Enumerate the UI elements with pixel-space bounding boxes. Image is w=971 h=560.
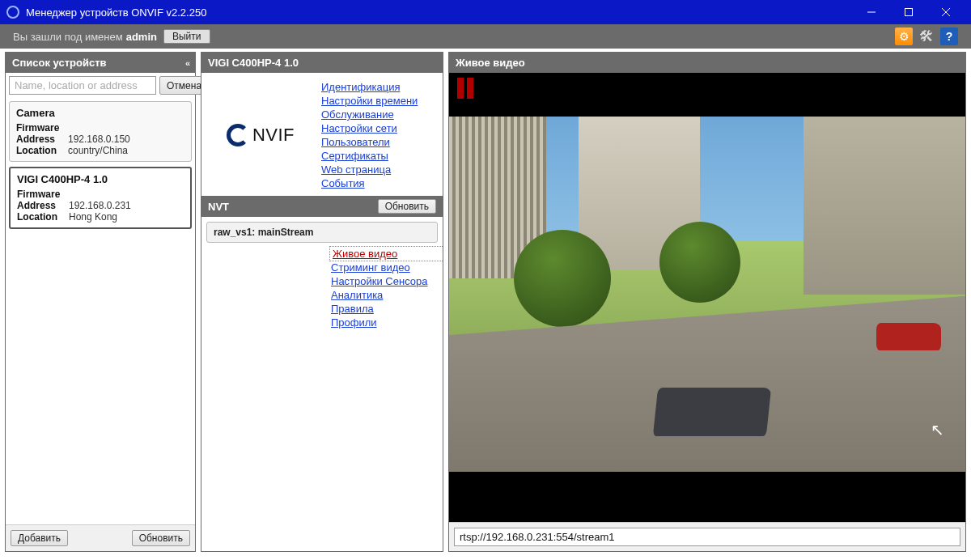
device-link[interactable]: Обслуживание (321, 108, 418, 121)
stream-link[interactable]: Настройки Сенсора (331, 275, 443, 287)
device-detail-panel: VIGI C400HP-4 1.0 NVIF ИдентификацияНаст… (201, 52, 443, 552)
location-value: country/China (68, 145, 128, 156)
onvif-logo-text: NVIF (252, 125, 295, 146)
live-video-header: Живое видео (449, 53, 965, 73)
refresh-nvt-button[interactable]: Обновить (378, 199, 436, 214)
onvif-logo: NVIF (208, 81, 313, 189)
cursor-icon: ↖ (931, 420, 944, 439)
username: admin (126, 31, 157, 43)
device-list-header: Список устройств « (6, 53, 195, 73)
tools-icon[interactable] (918, 28, 935, 45)
nvt-header: NVT Обновить (201, 196, 443, 217)
minimize-button[interactable] (853, 0, 890, 24)
device-detail-title: VIGI C400HP-4 1.0 (208, 57, 299, 69)
nvt-title: NVT (208, 201, 229, 213)
close-button[interactable] (927, 0, 965, 24)
refresh-devices-button[interactable]: Обновить (132, 530, 190, 546)
device-link[interactable]: Настройки времени (321, 95, 418, 107)
address-label: Address (17, 200, 69, 211)
device-list: CameraFirmwareAddress192.168.0.150Locati… (6, 98, 195, 524)
stream-link[interactable]: Живое видео (331, 248, 443, 260)
address-label: Address (16, 134, 68, 145)
onvif-ring-icon (227, 124, 249, 146)
add-button[interactable]: Добавить (11, 530, 68, 546)
device-link[interactable]: Пользователи (321, 136, 418, 148)
location-value: Hong Kong (69, 211, 117, 223)
device-detail-header: VIGI C400HP-4 1.0 (201, 53, 443, 73)
video-container: ↖ (449, 73, 965, 522)
device-link[interactable]: События (321, 177, 418, 189)
device-item[interactable]: CameraFirmwareAddress192.168.0.150Locati… (9, 101, 192, 162)
address-value: 192.168.0.150 (68, 134, 130, 145)
stream-link[interactable]: Профили (331, 316, 443, 329)
device-item[interactable]: VIGI C400HP-4 1.0FirmwareAddress192.168.… (9, 167, 192, 229)
settings-icon[interactable] (895, 28, 913, 45)
firmware-label: Firmware (16, 122, 68, 134)
live-video-panel: Живое видео ↖ (448, 52, 966, 552)
device-links: ИдентификацияНастройки времениОбслуживан… (321, 81, 418, 189)
svg-rect-1 (905, 9, 913, 16)
logged-in-label: Вы зашли под именем (13, 31, 123, 43)
device-list-title: Список устройств (12, 57, 107, 69)
video-frame[interactable]: ↖ (449, 117, 965, 472)
window-titlebar: Менеджер устройств ONVIF v2.2.250 (0, 0, 971, 24)
top-toolbar: Вы зашли под именем admin Выйти (0, 24, 971, 49)
pause-icon[interactable] (457, 78, 473, 99)
help-icon[interactable] (940, 28, 958, 45)
stream-link[interactable]: Стриминг видео (331, 261, 443, 274)
firmware-label: Firmware (17, 189, 69, 200)
stream-item[interactable]: raw_vs1: mainStream (206, 222, 438, 243)
search-input[interactable] (9, 76, 156, 95)
stream-link[interactable]: Правила (331, 303, 443, 315)
stream-label: raw_vs1: mainStream (214, 227, 313, 238)
device-link[interactable]: Web страница (321, 163, 418, 176)
device-title: Camera (16, 107, 184, 119)
maximize-button[interactable] (890, 0, 927, 24)
device-title: VIGI C400HP-4 1.0 (17, 173, 184, 185)
device-list-panel: Список устройств « Отмена CameraFirmware… (5, 52, 196, 552)
collapse-icon[interactable]: « (185, 58, 189, 68)
stream-link[interactable]: Аналитика (331, 289, 443, 301)
logout-button[interactable]: Выйти (163, 29, 210, 44)
location-label: Location (16, 145, 68, 156)
live-video-title: Живое видео (456, 57, 525, 69)
device-link[interactable]: Идентификация (321, 81, 418, 93)
stream-links: Живое видеоСтриминг видеоНастройки Сенсо… (201, 248, 443, 329)
app-icon (6, 6, 19, 19)
address-value: 192.168.0.231 (69, 200, 131, 211)
window-title: Менеджер устройств ONVIF v2.2.250 (26, 6, 206, 19)
device-link[interactable]: Настройки сети (321, 122, 418, 134)
location-label: Location (17, 211, 69, 223)
stream-url-input[interactable] (454, 528, 960, 546)
device-link[interactable]: Сертификаты (321, 150, 418, 162)
